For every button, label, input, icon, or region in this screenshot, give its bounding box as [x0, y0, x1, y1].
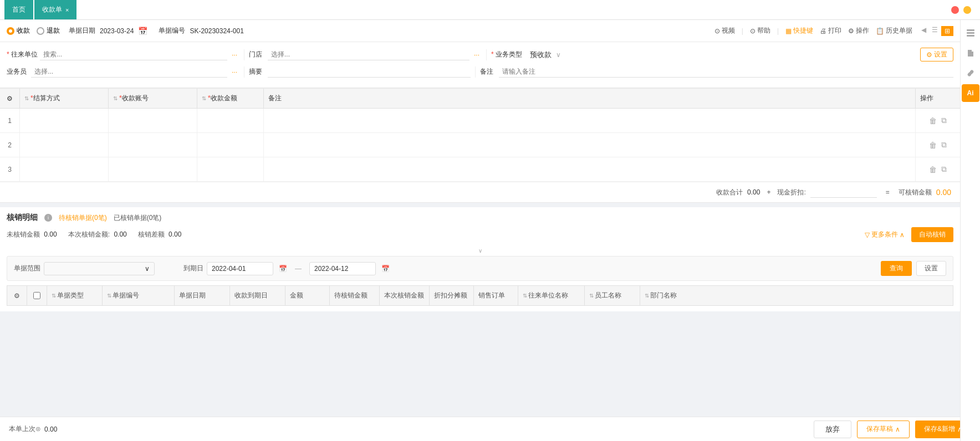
- calendar-icon[interactable]: 📅: [138, 27, 147, 35]
- business-type-label: * 业务类型: [491, 50, 522, 59]
- bth-partner-sort[interactable]: ⇅: [523, 293, 527, 299]
- td-account-1[interactable]: [109, 109, 197, 132]
- copy-icon-1[interactable]: ⧉: [941, 116, 947, 125]
- bth-billno-sort[interactable]: ⇅: [107, 293, 111, 299]
- discard-btn[interactable]: 放弃: [814, 421, 851, 438]
- calendar-from-icon[interactable]: 📅: [279, 265, 287, 273]
- th-settle-sort[interactable]: ⇅: [24, 95, 29, 101]
- copy-icon-2[interactable]: ⧉: [941, 140, 947, 150]
- view-btns: ◀ ☰ ⊞: [919, 26, 953, 36]
- bth-staff-sort[interactable]: ⇅: [589, 293, 594, 299]
- delete-icon-2[interactable]: 🗑: [929, 141, 937, 150]
- win-close-btn[interactable]: [951, 6, 959, 14]
- form-row-2: 业务员 ··· 摘要 备注: [7, 66, 953, 78]
- td-remark-2[interactable]: [264, 133, 916, 157]
- radio-receipt[interactable]: 收款: [7, 26, 30, 35]
- business-type-field: * 业务类型 预收款 ∨: [491, 50, 561, 60]
- delete-icon-1[interactable]: 🗑: [929, 116, 937, 125]
- bth-date-label: 单据日期: [179, 291, 206, 300]
- help-btn[interactable]: ⊙ 帮助: [750, 26, 770, 35]
- diff-stat: 核销差额 0.00: [138, 230, 182, 239]
- td-amount-2[interactable]: [197, 133, 264, 157]
- tab-receipt[interactable]: 收款单 ×: [34, 0, 76, 19]
- tab-home[interactable]: 首页: [4, 0, 33, 19]
- history-btn[interactable]: 📋 历史单据: [876, 26, 912, 35]
- sidebar-ai-icon[interactable]: Ai: [962, 84, 979, 102]
- query-btn[interactable]: 查询: [881, 261, 912, 276]
- td-account-2[interactable]: [109, 133, 197, 157]
- td-amount-1[interactable]: [197, 109, 264, 132]
- filter-settings-btn[interactable]: 设置: [916, 261, 946, 276]
- sidebar-link-icon[interactable]: [962, 64, 979, 82]
- diff-value: 0.00: [169, 230, 181, 238]
- view-grid-icon[interactable]: ⊞: [941, 26, 953, 36]
- td-amount-3[interactable]: [197, 157, 264, 181]
- business-type-value: 预收款: [530, 50, 552, 60]
- td-remark-3[interactable]: [264, 157, 916, 181]
- th-gear[interactable]: ⚙: [0, 89, 20, 108]
- bth-check[interactable]: [27, 286, 47, 305]
- save-draft-btn[interactable]: 保存草稿 ∧: [857, 421, 910, 438]
- date-from-input[interactable]: [207, 262, 273, 275]
- td-account-3[interactable]: [109, 157, 197, 181]
- view-list-icon[interactable]: ☰: [930, 26, 940, 36]
- td-op-1: 🗑 ⧉: [916, 109, 960, 132]
- net-label: 可核销金额: [899, 188, 932, 197]
- summary-input[interactable]: [268, 66, 471, 78]
- video-btn[interactable]: ⊙ 视频: [714, 26, 735, 35]
- bth-partner: ⇅ 往来单位名称: [518, 286, 585, 305]
- total-label: 收款合计: [716, 188, 743, 197]
- pending-tab[interactable]: 待核销单据(0笔): [59, 213, 107, 223]
- shortcut-btn[interactable]: ▦ 快捷键: [785, 26, 813, 35]
- tab-close-icon[interactable]: ×: [65, 7, 69, 13]
- td-remark-1[interactable]: [264, 109, 916, 132]
- th-account-sort[interactable]: ⇅: [113, 95, 118, 101]
- operation-btn[interactable]: ⚙ 操作: [848, 26, 869, 35]
- td-settle-1[interactable]: [20, 109, 109, 132]
- info-icon[interactable]: i: [44, 214, 52, 222]
- save-draft-arrow-icon: ∧: [895, 425, 900, 433]
- auto-writeoff-btn[interactable]: 自动核销: [911, 227, 953, 242]
- calendar-to-icon[interactable]: 📅: [381, 265, 390, 273]
- note-input[interactable]: [499, 66, 953, 78]
- settings-btn[interactable]: ⚙ 设置: [920, 48, 953, 61]
- select-all-checkbox[interactable]: [33, 292, 40, 299]
- operation-label: 操作: [856, 26, 869, 35]
- partner-field: * 往来单位 ···: [7, 49, 239, 60]
- sidebar-doc-icon[interactable]: [962, 44, 979, 62]
- type-radio-group: 收款 退款: [7, 26, 60, 35]
- sidebar-table-icon[interactable]: [962, 24, 979, 42]
- view-prev-icon[interactable]: ◀: [919, 26, 928, 36]
- equals-sign: =: [886, 188, 890, 196]
- td-op-2: 🗑 ⧉: [916, 133, 960, 157]
- bth-gear[interactable]: ⚙: [7, 286, 27, 305]
- type-arrow-icon[interactable]: ∨: [556, 51, 561, 59]
- td-settle-2[interactable]: [20, 133, 109, 157]
- copy-icon-3[interactable]: ⧉: [941, 165, 947, 174]
- bth-dept-sort[interactable]: ⇅: [645, 293, 649, 299]
- bill-range-select[interactable]: ∨: [44, 262, 155, 275]
- td-settle-3[interactable]: [20, 157, 109, 181]
- date-to-input[interactable]: [309, 262, 376, 275]
- form-area: * 往来单位 ··· 门店 ··· * 业务类型 预收款 ∨ ⚙: [0, 42, 960, 88]
- store-more-icon[interactable]: ···: [472, 51, 482, 59]
- video-icon: ⊙: [714, 27, 720, 35]
- partner-more-icon[interactable]: ···: [229, 51, 239, 59]
- bth-type-sort[interactable]: ⇅: [52, 293, 56, 299]
- print-btn[interactable]: 🖨 打印: [820, 26, 841, 35]
- bth-duedate-label: 收款到期日: [234, 291, 268, 300]
- store-input[interactable]: [268, 49, 469, 60]
- done-tab[interactable]: 已核销单据(0笔): [114, 213, 162, 223]
- discount-input[interactable]: [810, 187, 877, 198]
- partner-input[interactable]: [40, 49, 227, 60]
- more-conditions-btn[interactable]: ▽ 更多条件 ∧: [865, 230, 905, 239]
- svg-rect-2: [967, 35, 974, 37]
- radio-refund[interactable]: 退款: [37, 26, 60, 35]
- win-min-btn[interactable]: [963, 6, 971, 14]
- table-border-bottom: [7, 305, 953, 306]
- bth-duedate: 收款到期日: [230, 286, 285, 305]
- salesperson-input[interactable]: [31, 66, 227, 78]
- th-amount-sort[interactable]: ⇅: [202, 95, 206, 101]
- delete-icon-3[interactable]: 🗑: [929, 165, 937, 174]
- salesperson-more-icon[interactable]: ···: [229, 68, 239, 76]
